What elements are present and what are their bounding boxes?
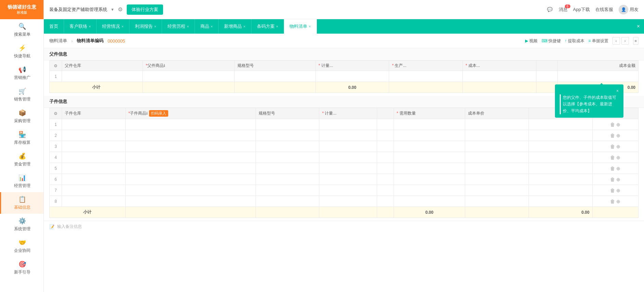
child-row-5-warehouse[interactable] bbox=[62, 163, 126, 174]
tab-barcode[interactable]: 条码方案 × bbox=[251, 19, 284, 34]
child-row-3-spec[interactable] bbox=[256, 141, 319, 152]
sidebar-item-enterprise[interactable]: 🤝 企业协同 bbox=[0, 235, 44, 257]
tab-bom[interactable]: 物料清单 × bbox=[284, 19, 317, 34]
child-row-4-quantity[interactable] bbox=[394, 152, 465, 163]
parent-row-1-unit[interactable] bbox=[315, 71, 389, 82]
copy-icon-5[interactable]: ⊕ bbox=[616, 166, 620, 171]
sidebar-item-basic-info[interactable]: 📋 基础信息 bbox=[0, 192, 44, 214]
child-row-7-cost-amount[interactable] bbox=[529, 185, 592, 196]
sidebar-item-sales[interactable]: 🛒 销售管理 bbox=[0, 84, 44, 106]
view-action[interactable]: ▶ 视频 bbox=[525, 38, 537, 44]
child-row-5-spec[interactable] bbox=[256, 163, 319, 174]
child-row-6-unit-price[interactable] bbox=[465, 174, 529, 185]
child-row-5-quantity[interactable] bbox=[394, 163, 465, 174]
sidebar-item-system[interactable]: ⚙️ 系统管理 bbox=[0, 214, 44, 235]
experience-btn[interactable]: 体验行业方案 bbox=[127, 4, 163, 15]
parent-row-1-extra[interactable] bbox=[536, 71, 557, 82]
child-row-4-extra[interactable] bbox=[377, 152, 394, 163]
child-row-1-cost-amount[interactable] bbox=[529, 119, 592, 130]
tab-new-products-close[interactable]: × bbox=[243, 24, 245, 28]
child-row-4-unit[interactable] bbox=[319, 152, 377, 163]
dropdown-arrow-icon[interactable]: ▾ bbox=[111, 7, 114, 12]
child-row-5-product[interactable] bbox=[125, 163, 256, 174]
scan-btn[interactable]: 扫码录入 bbox=[149, 110, 168, 117]
child-row-7-quantity[interactable] bbox=[394, 185, 465, 196]
next-btn[interactable]: › bbox=[621, 37, 629, 45]
tooltip-close[interactable]: × bbox=[616, 88, 619, 94]
tab-history[interactable]: 经营历程 × bbox=[162, 19, 195, 34]
delete-icon-4[interactable]: 🗑 bbox=[610, 155, 615, 160]
parent-row-1-warehouse[interactable] bbox=[62, 71, 143, 82]
tab-customers-close[interactable]: × bbox=[89, 24, 91, 28]
delete-icon-8[interactable]: 🗑 bbox=[610, 199, 615, 204]
child-row-2-warehouse[interactable] bbox=[62, 130, 126, 141]
parent-row-1-product[interactable] bbox=[143, 71, 235, 82]
parent-row-1-cost[interactable] bbox=[463, 71, 536, 82]
sidebar-item-guide[interactable]: 🎯 新手引导 bbox=[0, 257, 44, 279]
child-row-5-unit[interactable] bbox=[319, 163, 377, 174]
child-row-8-extra[interactable] bbox=[377, 196, 394, 207]
child-row-6-cost-amount[interactable] bbox=[529, 174, 592, 185]
child-row-5-unit-price[interactable] bbox=[465, 163, 529, 174]
child-row-3-quantity[interactable] bbox=[394, 141, 465, 152]
sidebar-item-purchase[interactable]: 📦 采购管理 bbox=[0, 106, 44, 127]
online-service-link[interactable]: 在线客服 bbox=[595, 7, 613, 13]
sidebar-item-inventory[interactable]: 🏪 库存核算 bbox=[0, 127, 44, 149]
user-menu[interactable]: 👤 用友 bbox=[619, 5, 639, 14]
child-row-3-cost-amount[interactable] bbox=[529, 141, 592, 152]
child-row-3-unit[interactable] bbox=[319, 141, 377, 152]
child-row-8-spec[interactable] bbox=[256, 196, 319, 207]
tab-profit-close[interactable]: × bbox=[154, 24, 156, 28]
tab-products[interactable]: 商品 × bbox=[195, 19, 219, 34]
child-row-4-product[interactable] bbox=[125, 152, 256, 163]
child-row-4-unit-price[interactable] bbox=[465, 152, 529, 163]
child-row-7-unit[interactable] bbox=[319, 185, 377, 196]
child-row-1-unit-price[interactable] bbox=[465, 119, 529, 130]
sidebar-item-quick-nav[interactable]: ⚡ 快捷导航 bbox=[0, 41, 44, 62]
delete-icon-3[interactable]: 🗑 bbox=[610, 144, 615, 149]
copy-icon-2[interactable]: ⊕ bbox=[616, 133, 620, 138]
tab-operations[interactable]: 经营情况 × bbox=[97, 19, 129, 34]
child-row-7-product[interactable] bbox=[125, 185, 256, 196]
delete-icon-2[interactable]: 🗑 bbox=[610, 133, 615, 138]
child-row-1-spec[interactable] bbox=[256, 119, 319, 130]
child-row-8-unit[interactable] bbox=[319, 196, 377, 207]
app-download-link[interactable]: App下载 bbox=[573, 7, 590, 13]
child-row-2-product[interactable] bbox=[125, 130, 256, 141]
delete-icon-5[interactable]: 🗑 bbox=[610, 166, 615, 171]
sidebar-item-marketing[interactable]: 📢 营销推广 bbox=[0, 62, 44, 84]
child-row-2-spec[interactable] bbox=[256, 130, 319, 141]
child-row-2-unit[interactable] bbox=[319, 130, 377, 141]
copy-icon-1[interactable]: ⊕ bbox=[616, 122, 620, 127]
child-row-8-warehouse[interactable] bbox=[62, 196, 126, 207]
tab-home[interactable]: 首页 bbox=[44, 19, 64, 34]
child-row-3-warehouse[interactable] bbox=[62, 141, 126, 152]
child-row-1-unit[interactable] bbox=[319, 119, 377, 130]
copy-icon-6[interactable]: ⊕ bbox=[616, 177, 620, 182]
child-row-8-unit-price[interactable] bbox=[465, 196, 529, 207]
breadcrumb-parent[interactable]: 物料清单 bbox=[49, 38, 67, 44]
parent-row-1-cost-amount[interactable] bbox=[557, 71, 638, 82]
tab-history-close[interactable]: × bbox=[187, 24, 189, 28]
child-row-2-quantity[interactable] bbox=[394, 130, 465, 141]
note-placeholder[interactable]: 输入备注信息 bbox=[57, 224, 82, 230]
child-row-1-extra[interactable] bbox=[377, 119, 394, 130]
child-row-2-extra[interactable] bbox=[377, 130, 394, 141]
tab-operations-close[interactable]: × bbox=[121, 24, 123, 28]
child-row-3-extra[interactable] bbox=[377, 141, 394, 152]
child-row-1-product[interactable] bbox=[125, 119, 256, 130]
settings-icon[interactable]: ⚙ bbox=[118, 6, 123, 13]
child-row-4-warehouse[interactable] bbox=[62, 152, 126, 163]
child-col-settings[interactable]: ⚙ bbox=[50, 108, 62, 119]
sidebar-item-search[interactable]: 🔍 搜索菜单 bbox=[0, 19, 44, 41]
parent-row-1-production[interactable] bbox=[389, 71, 463, 82]
tab-customers[interactable]: 客户联络 × bbox=[64, 19, 97, 34]
child-row-8-cost-amount[interactable] bbox=[529, 196, 592, 207]
copy-icon-3[interactable]: ⊕ bbox=[616, 144, 620, 149]
delete-icon-6[interactable]: 🗑 bbox=[610, 177, 615, 182]
delete-icon-7[interactable]: 🗑 bbox=[610, 188, 615, 193]
child-row-5-cost-amount[interactable] bbox=[529, 163, 592, 174]
tab-products-close[interactable]: × bbox=[211, 24, 213, 28]
list-view-btn[interactable]: ≡ bbox=[633, 37, 639, 45]
child-row-7-extra[interactable] bbox=[377, 185, 394, 196]
